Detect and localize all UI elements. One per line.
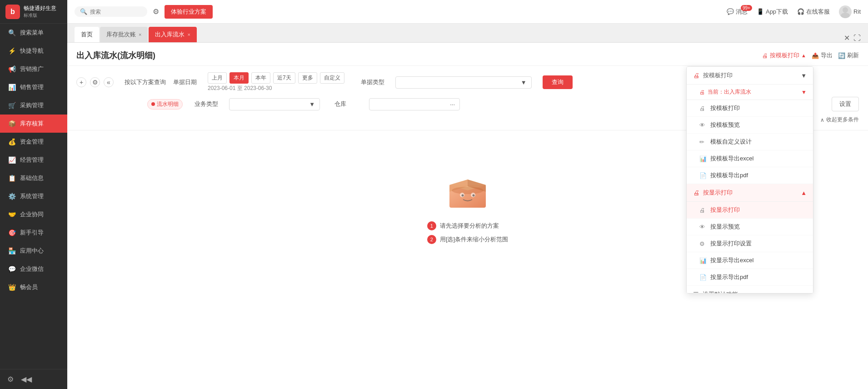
warehouse-select[interactable]: ···	[369, 98, 460, 110]
tab-inventory-batch[interactable]: 库存批次账 ×	[100, 27, 148, 42]
template-preview-item[interactable]: 👁 按模板预览	[687, 117, 813, 134]
display-excel-item[interactable]: 📊 按显示导出excel	[687, 252, 813, 269]
template-custom-icon: ✏	[699, 139, 707, 145]
tab-actions: ✕ ⛶	[844, 34, 861, 42]
svg-point-9	[462, 194, 464, 197]
user-name: Rit	[853, 8, 861, 15]
warehouse-more: ···	[450, 101, 455, 108]
step-num-2: 2	[427, 235, 436, 244]
online-service-item[interactable]: 🎧 在线客服	[797, 8, 830, 16]
sidebar-item-member[interactable]: 👑 畅会员	[0, 278, 67, 296]
collapse-label: 收起更多条件	[826, 116, 859, 124]
filter-collapse-btn[interactable]: «	[104, 77, 114, 87]
main-content: 🔍 ⚙ 体验行业方案 💬 消息 99+ 📱 App下载 🎧 在线客服	[67, 0, 868, 389]
headset-icon: 🎧	[797, 8, 804, 15]
sidebar-item-purchase[interactable]: 🛒 采购管理	[0, 96, 67, 115]
printer-section-icon: 🖨	[693, 72, 699, 79]
collapse-sidebar-icon[interactable]: ◀◀	[21, 375, 32, 384]
template-print-section-header[interactable]: 🖨 按模板打印 ▼	[687, 67, 813, 85]
tab-bar: 首页 库存批次账 × 出入库流水 × ✕ ⛶	[67, 24, 868, 43]
sidebar-item-marketing[interactable]: 📢 营销推广	[0, 60, 67, 78]
collapse-conditions-btn[interactable]: ∧ 收起更多条件	[820, 116, 859, 124]
purchase-icon: 🛒	[7, 102, 16, 109]
sidebar-item-collab[interactable]: 🤝 企业协同	[0, 205, 67, 224]
sidebar-item-shortcut[interactable]: ⚡ 快捷导航	[0, 42, 67, 60]
sidebar-item-sales[interactable]: 📊 销售管理	[0, 78, 67, 96]
tab-inout-flow-close[interactable]: ×	[187, 32, 190, 37]
current-template-chevron: ▼	[801, 89, 807, 95]
sidebar-item-appstore[interactable]: 🏪 应用中心	[0, 242, 67, 260]
setting-button[interactable]: 设置	[832, 97, 859, 111]
filter-settings-btn[interactable]: ⚙	[90, 77, 100, 87]
svg-point-10	[473, 194, 475, 197]
settings-bottom-icon[interactable]: ⚙	[7, 375, 14, 384]
template-custom-item[interactable]: ✏ 模板自定义设计	[687, 134, 813, 150]
search-input[interactable]	[90, 9, 135, 15]
date-range: 2023-06-01 至 2023-06-30	[208, 85, 344, 92]
sidebar-label-operation: 经营管理	[20, 156, 44, 164]
filter-tag: 流水明细	[147, 99, 183, 110]
sales-icon: 📊	[7, 84, 16, 91]
date-btn-this-month[interactable]: 本月	[229, 72, 249, 84]
warehouse-label: 仓库	[334, 100, 362, 108]
tab-inventory-batch-close[interactable]: ×	[139, 32, 141, 37]
inventory-icon: 📦	[7, 120, 16, 127]
display-settings-icon: ⚙	[699, 240, 707, 247]
refresh-action[interactable]: 🔄 刷新	[838, 51, 859, 60]
tab-home[interactable]: 首页	[75, 27, 99, 42]
date-btn-last-month[interactable]: 上月	[208, 72, 227, 84]
sidebar-item-basic[interactable]: 📋 基础信息	[0, 169, 67, 187]
display-print-item-icon: 🖨	[699, 207, 707, 214]
display-print-section-header[interactable]: 🖨 按显示打印 ▲	[687, 184, 813, 202]
system-icon: ⚙️	[7, 193, 16, 200]
user-item[interactable]: Rit	[839, 5, 861, 18]
sidebar-label-search: 搜索菜单	[20, 29, 44, 37]
template-print-item[interactable]: 🖨 按模板打印	[687, 100, 813, 117]
date-btn-more[interactable]: 更多	[298, 72, 317, 84]
tab-inout-flow-label: 出入库流水	[155, 30, 185, 39]
sidebar-label-shortcut: 快捷导航	[20, 47, 44, 55]
filter-add-btn[interactable]: +	[76, 77, 86, 87]
doc-type-chevron: ▼	[521, 79, 527, 86]
template-excel-label: 按模板导出excel	[710, 155, 753, 163]
logo-text-group: 畅捷通好生意 标准版	[24, 5, 56, 18]
biz-type-chevron: ▼	[309, 101, 315, 108]
biz-type-select[interactable]: ▼	[229, 98, 320, 110]
topbar-search-box[interactable]: 🔍	[75, 6, 147, 17]
template-excel-item[interactable]: 📊 按模板导出excel	[687, 150, 813, 167]
display-settings-item[interactable]: ⚙ 按显示打印设置	[687, 235, 813, 252]
message-item[interactable]: 💬 消息 99+	[727, 8, 748, 16]
sidebar-item-system[interactable]: ⚙️ 系统管理	[0, 187, 67, 205]
tag-dot	[151, 102, 155, 106]
sidebar-item-finance[interactable]: 💰 资金管理	[0, 133, 67, 151]
display-pdf-item[interactable]: 📄 按显示导出pdf	[687, 269, 813, 286]
app-download-item[interactable]: 📱 App下载	[757, 8, 788, 16]
sidebar-item-wechat[interactable]: 💬 企业微信	[0, 260, 67, 278]
page-area: 出入库流水(流水明细) 🖨 按模板打印 ▲ 📤 导出 🔄 刷新	[67, 43, 868, 389]
tab-close-icon[interactable]: ✕	[844, 34, 850, 42]
doc-type-select[interactable]: ▼	[395, 76, 532, 89]
date-btn-this-year[interactable]: 本年	[251, 72, 270, 84]
tab-maximize-icon[interactable]: ⛶	[853, 34, 861, 42]
default-settings-section[interactable]: ☰ 设置默认功能 ▼	[687, 286, 813, 294]
display-preview-item[interactable]: 👁 按显示预览	[687, 219, 813, 235]
basic-icon: 📋	[7, 175, 16, 182]
sidebar-item-inventory[interactable]: 📦 库存核算	[0, 115, 67, 133]
date-btn-custom[interactable]: 自定义	[320, 72, 344, 84]
sidebar-item-guide[interactable]: 🎯 新手引导	[0, 224, 67, 242]
tab-inout-flow[interactable]: 出入库流水 ×	[149, 27, 196, 42]
sidebar-label-sales: 销售管理	[20, 83, 44, 91]
print-action[interactable]: 🖨 按模板打印 ▲	[762, 51, 806, 60]
filter-date-group: 上月 本月 本年 近7天 更多 自定义 2023-06-01 至 2023-06…	[208, 72, 344, 92]
online-service-label: 在线客服	[806, 8, 830, 16]
export-icon: 📤	[812, 52, 819, 59]
topbar-gear-icon[interactable]: ⚙	[153, 7, 159, 16]
query-button[interactable]: 查询	[543, 75, 573, 89]
sidebar-item-operation[interactable]: 📈 经营管理	[0, 151, 67, 169]
industry-btn[interactable]: 体验行业方案	[165, 5, 213, 19]
export-action[interactable]: 📤 导出	[812, 51, 833, 60]
template-pdf-item[interactable]: 📄 按模板导出pdf	[687, 167, 813, 184]
display-print-item[interactable]: 🖨 按显示打印	[687, 202, 813, 219]
sidebar-item-search[interactable]: 🔍 搜索菜单	[0, 24, 67, 42]
date-btn-7days[interactable]: 近7天	[273, 72, 295, 84]
